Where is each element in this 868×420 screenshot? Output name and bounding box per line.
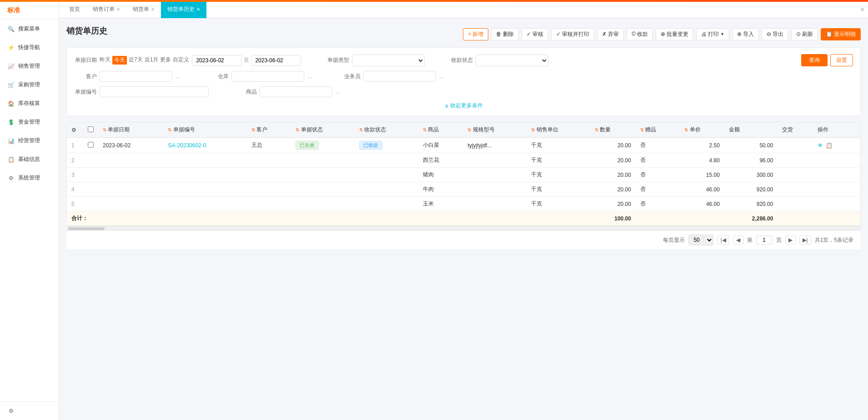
table-row: 3 猪肉 千克 20.00 否 15.00 300.00 [67,168,860,182]
set-button[interactable]: 设置 [830,54,853,66]
new-button[interactable]: + 新增 [463,28,488,40]
col-spec[interactable]: ⇅ 规格型号 [463,122,527,138]
doc-no-link[interactable]: SA-20230602-0 [168,142,206,149]
last-page-button[interactable]: ▶| [799,235,811,245]
first-page-button[interactable]: |◀ [717,235,729,245]
filter-warehouse: 仓库 … [206,71,312,82]
customer-input[interactable] [100,71,172,82]
date-shortcut-today[interactable]: 今天 [112,56,127,65]
per-page-select[interactable]: 50 100 200 [688,235,713,245]
date-to-input[interactable] [251,55,301,66]
doc-type-select[interactable] [352,55,425,66]
horizontal-scrollbar[interactable] [66,226,861,230]
cell-spec [463,197,527,211]
salesperson-picker-icon[interactable]: … [439,73,444,80]
import-button[interactable]: ⊕ 导入 [732,28,759,40]
delete-button[interactable]: 🗑 删除 [491,28,519,40]
doc-no-label: 单据编号 [74,88,97,96]
date-shortcut-7days[interactable]: 近7天 [129,56,143,65]
cell-trade [778,197,813,211]
cell-check [83,153,98,168]
batch-change-button[interactable]: ⊕ 批量变更 [656,28,693,40]
collect-button[interactable]: © 收款 [627,28,653,40]
cell-collect-status: 已收款 [355,138,418,153]
sort-icon: ⇅ [251,127,255,132]
warehouse-input[interactable] [231,71,304,82]
date-shortcut-1month[interactable]: 近1月 [145,56,159,65]
collapse-filter-button[interactable]: ∧ 收起更多条件 [445,102,483,110]
col-qty[interactable]: ⇅ 数量 [590,122,636,138]
sidebar-bottom: ⚙ [0,401,59,420]
cell-spec [463,168,527,182]
print-button[interactable]: 🖨 打印 ▼ [696,28,729,40]
export-icon: ⊖ [767,31,771,37]
audit-print-button[interactable]: ✓ 审核并打印 [551,28,594,40]
salesperson-input[interactable] [363,71,436,82]
sidebar-item-finance-mgmt[interactable]: 💲 资金管理 [0,113,59,131]
footer-total-qty: 100.00 [590,211,636,226]
audit-button[interactable]: ✓ 审核 [522,28,548,40]
col-unit[interactable]: ⇅ 销售单位 [527,122,590,138]
scroll-thumb[interactable] [68,227,105,230]
goods-picker-icon[interactable]: … [335,89,341,95]
refresh-icon: ⊙ [796,31,801,37]
next-page-button[interactable]: ▶ [785,235,796,245]
gear-settings-icon[interactable]: ⚙ [71,127,76,133]
sidebar-item-quick-nav[interactable]: ⚡ 快捷导航 [0,38,59,57]
date-from-input[interactable] [192,55,242,66]
prev-page-button[interactable]: ◀ [733,235,743,245]
export-button[interactable]: ⊖ 导出 [762,28,788,40]
view-action-button[interactable]: 👁 [818,142,823,149]
total-records: 共1页，5条记录 [815,236,853,244]
abandon-button[interactable]: ✗ 弃审 [597,28,624,40]
collect-status-select[interactable] [476,55,548,66]
col-collect-status[interactable]: ⇅ 收款状态 [355,122,418,138]
tab-home[interactable]: 首页 [63,2,86,18]
select-all-checkbox[interactable] [88,126,94,132]
date-shortcut-custom[interactable]: 自定义 [173,56,189,65]
col-gift[interactable]: ⇅ 赠品 [636,122,680,138]
page-number-input[interactable] [756,235,773,245]
tab-close-all[interactable]: ✕ [860,7,864,13]
sidebar-item-basic-info[interactable]: 📋 基础信息 [0,150,59,169]
query-button[interactable]: 查询 [801,54,828,66]
col-goods[interactable]: ⇅ 商品 [418,122,463,138]
tab-close-sales-order[interactable]: ✕ [116,7,120,12]
col-doc-date[interactable]: ⇅ 单据日期 [98,122,163,138]
chevron-up-icon: ∧ [445,103,449,109]
sidebar-item-sys-mgmt[interactable]: ⚙ 系统管理 [0,169,59,187]
tab-sales-order[interactable]: 销售订单 ✕ [86,2,126,18]
refresh-button[interactable]: ⊙ 刷新 [791,28,818,40]
doc-no-input[interactable] [100,86,209,97]
copy-action-button[interactable]: 📋 [826,142,833,149]
data-table: ⚙ ⇅ 单据日期 ⇅ 单据编号 [67,122,860,225]
col-doc-status[interactable]: ⇅ 单据状态 [291,122,355,138]
date-shortcut-more[interactable]: 更多 [160,56,171,65]
sidebar-item-settings[interactable]: ⚙ [0,402,59,420]
sidebar-item-sales-mgmt[interactable]: 📈 销售管理 [0,57,59,75]
cell-customer [247,168,291,182]
customer-picker-icon[interactable]: … [175,73,181,80]
cell-goods: 玉米 [418,197,463,211]
show-details-button[interactable]: 📋 显示明细 [821,28,861,40]
tab-close-sales-history[interactable]: ✕ [196,7,200,12]
date-shortcut-yesterday[interactable]: 昨天 [100,56,110,65]
row-checkbox[interactable] [88,142,94,148]
col-price[interactable]: ⇅ 单价 [680,122,724,138]
col-doc-no[interactable]: ⇅ 单据编号 [163,122,246,138]
sidebar-item-inventory-calc[interactable]: 🏠 库存核算 [0,94,59,113]
tab-sales-goods[interactable]: 销货单 ✕ [126,2,161,18]
goods-input[interactable] [260,86,332,97]
tab-sales-history[interactable]: 销货单历史 ✕ [161,2,206,18]
cell-goods: 猪肉 [418,168,463,182]
col-customer[interactable]: ⇅ 客户 [247,122,291,138]
sort-icon: ⇅ [467,127,471,132]
warehouse-picker-icon[interactable]: … [307,73,312,80]
page-title: 销货单历史 [66,25,107,36]
sidebar-item-purchase-mgmt[interactable]: 🛒 采购管理 [0,75,59,94]
tab-close-sales-goods[interactable]: ✕ [151,7,155,12]
sidebar-item-search-menu[interactable]: 🔍 搜索菜单 [0,20,59,38]
gear-icon: ⚙ [7,175,15,182]
cell-doc-status [291,153,355,168]
sidebar-item-operations-mgmt[interactable]: 📊 经营管理 [0,131,59,150]
